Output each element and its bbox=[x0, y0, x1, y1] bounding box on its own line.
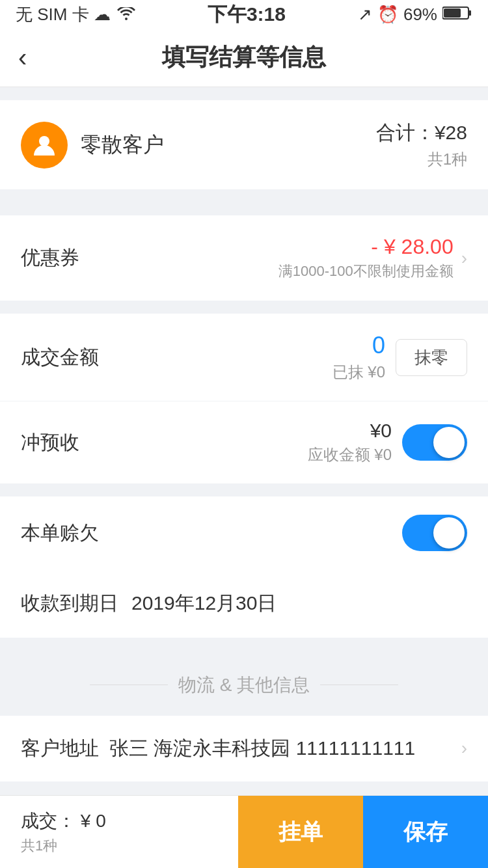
address-chevron-icon: › bbox=[461, 738, 467, 759]
back-button[interactable]: ‹ bbox=[18, 43, 27, 72]
hang-button[interactable]: 挂单 bbox=[238, 796, 363, 869]
bottom-count: 共1种 bbox=[21, 836, 217, 856]
page-title: 填写结算等信息 bbox=[162, 42, 326, 74]
address-label: 客户地址 bbox=[21, 735, 99, 762]
coupon-desc: 满1000-100不限制使用金额 bbox=[278, 262, 454, 281]
due-date-label: 收款到期日 bbox=[21, 590, 118, 617]
bottom-deal: 成交： ¥ 0 bbox=[21, 809, 217, 834]
address-value: 张三 海淀永丰科技园 11111111111 bbox=[109, 735, 461, 762]
deal-amount-right: 0 已抹 ¥0 抹零 bbox=[332, 332, 467, 383]
total-amount: 合计：¥28 bbox=[376, 120, 467, 146]
sim-label: 无 SIM 卡 ☁ bbox=[16, 3, 111, 26]
prepay-toggle[interactable] bbox=[402, 424, 467, 461]
status-left: 无 SIM 卡 ☁ bbox=[16, 3, 135, 26]
deal-amount-sub: 已抹 ¥0 bbox=[332, 362, 385, 383]
coupon-amount: - ¥ 28.00 bbox=[278, 235, 454, 259]
credit-row: 本单赊欠 bbox=[0, 496, 488, 569]
logistics-label: 物流 & 其他信息 bbox=[90, 673, 398, 698]
coupon-label: 优惠券 bbox=[21, 245, 79, 271]
prepay-sub: 应收金额 ¥0 bbox=[308, 444, 392, 465]
content: 零散客户 合计：¥28 共1种 优惠券 - ¥ 28.00 满1000-100不… bbox=[0, 100, 488, 868]
due-date-row: 收款到期日 2019年12月30日 bbox=[0, 569, 488, 638]
svg-rect-1 bbox=[468, 10, 471, 16]
divider-2 bbox=[0, 301, 488, 314]
prepay-right: ¥0 应收金额 ¥0 bbox=[308, 420, 467, 465]
prepay-amount: ¥0 bbox=[308, 420, 392, 442]
customer-name: 零散客户 bbox=[81, 131, 164, 159]
coupon-section[interactable]: 优惠券 - ¥ 28.00 满1000-100不限制使用金额 › bbox=[0, 215, 488, 301]
logistics-section: 物流 & 其他信息 bbox=[0, 651, 488, 716]
deal-amount-row: 成交金额 0 已抹 ¥0 抹零 bbox=[0, 314, 488, 401]
status-time: 下午3:18 bbox=[208, 1, 286, 28]
bottom-bar: 成交： ¥ 0 共1种 挂单 保存 bbox=[0, 795, 488, 868]
divider-4 bbox=[0, 638, 488, 651]
bottom-deal-amount: ¥ 0 bbox=[81, 811, 106, 831]
divider-1 bbox=[0, 189, 488, 202]
status-bar: 无 SIM 卡 ☁ 下午3:18 ↗ ⏰ 69% bbox=[0, 0, 488, 29]
credit-toggle-knob bbox=[433, 517, 465, 549]
svg-rect-2 bbox=[444, 8, 461, 18]
nav-bar: ‹ 填写结算等信息 bbox=[0, 29, 488, 87]
svg-point-3 bbox=[39, 136, 49, 146]
prepay-col: ¥0 应收金额 ¥0 bbox=[308, 420, 392, 465]
credit-section: 本单赊欠 bbox=[0, 496, 488, 569]
chevron-right-icon: › bbox=[461, 248, 467, 269]
address-section[interactable]: 客户地址 张三 海淀永丰科技园 11111111111 › bbox=[0, 716, 488, 781]
divider-3 bbox=[0, 483, 488, 496]
credit-toggle[interactable] bbox=[402, 515, 467, 551]
battery-icon bbox=[442, 5, 472, 25]
bottom-info: 成交： ¥ 0 共1种 bbox=[0, 809, 238, 856]
credit-label: 本单赊欠 bbox=[21, 520, 99, 547]
deal-amount-value[interactable]: 0 bbox=[372, 332, 385, 359]
alarm-icon: ⏰ bbox=[377, 5, 398, 25]
bottom-deal-label: 成交： bbox=[21, 811, 75, 831]
status-right: ↗ ⏰ 69% bbox=[358, 5, 472, 25]
wifi-icon bbox=[117, 5, 135, 25]
prepay-row: 冲预收 ¥0 应收金额 ¥0 bbox=[0, 401, 488, 483]
save-button[interactable]: 保存 bbox=[363, 796, 488, 869]
due-date-value: 2019年12月30日 bbox=[131, 590, 277, 617]
coupon-right: - ¥ 28.00 满1000-100不限制使用金额 › bbox=[278, 235, 467, 281]
customer-right: 合计：¥28 共1种 bbox=[376, 120, 467, 170]
location-icon: ↗ bbox=[358, 5, 372, 25]
total-count: 共1种 bbox=[376, 149, 467, 170]
deal-amount-col: 0 已抹 ¥0 bbox=[332, 332, 385, 383]
customer-section: 零散客户 合计：¥28 共1种 bbox=[0, 100, 488, 189]
form-section: 成交金额 0 已抹 ¥0 抹零 冲预收 ¥0 应收金额 ¥0 bbox=[0, 314, 488, 483]
customer-left: 零散客户 bbox=[21, 122, 164, 169]
avatar bbox=[21, 122, 68, 169]
toggle-knob bbox=[433, 427, 465, 458]
prepay-label: 冲预收 bbox=[21, 429, 79, 456]
battery-text: 69% bbox=[403, 5, 437, 25]
round-zero-button[interactable]: 抹零 bbox=[396, 339, 467, 376]
coupon-discount: - ¥ 28.00 满1000-100不限制使用金额 bbox=[278, 235, 454, 281]
deal-amount-label: 成交金额 bbox=[21, 344, 99, 371]
